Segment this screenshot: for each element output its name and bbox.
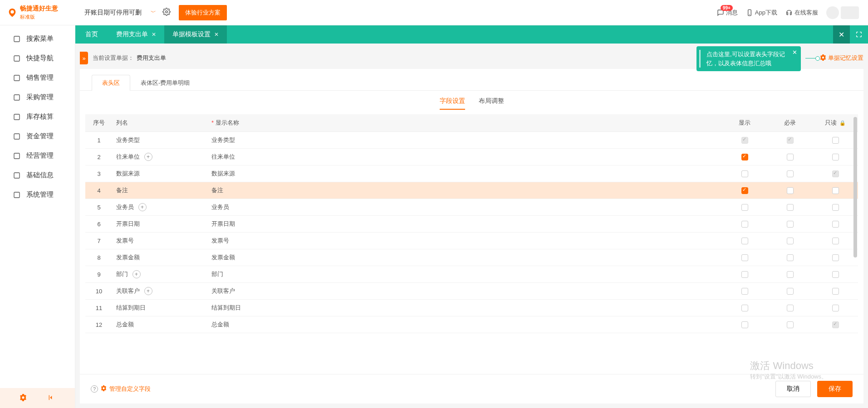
checkbox[interactable] (832, 271, 839, 278)
table-row[interactable]: 7发票号发票号 (85, 233, 858, 249)
checkbox[interactable] (741, 204, 748, 211)
cancel-button[interactable]: 取消 (775, 381, 811, 397)
save-button[interactable]: 保存 (817, 381, 853, 397)
table-row[interactable]: 1业务类型业务类型 (85, 132, 858, 149)
table-row[interactable]: 10关联客户 +关联客户 (85, 283, 858, 300)
cell-show (722, 182, 767, 199)
checkbox[interactable] (832, 137, 839, 144)
table-row[interactable]: 12总金额总金额 (85, 316, 858, 333)
cell-show (722, 216, 767, 233)
checkbox[interactable] (787, 204, 794, 211)
cell-display[interactable]: 备注 (208, 182, 722, 199)
checkbox[interactable] (832, 305, 839, 311)
table-row[interactable]: 2往来单位 +往来单位 (85, 149, 858, 165)
checkbox[interactable] (741, 221, 748, 228)
checkbox[interactable] (787, 221, 794, 228)
checkbox[interactable] (832, 187, 839, 194)
add-icon[interactable]: + (132, 270, 141, 278)
checkbox[interactable] (741, 238, 748, 244)
cell-display[interactable]: 数据来源 (208, 165, 722, 182)
sidebar-item-3[interactable]: 采购管理 (0, 87, 75, 107)
table-row[interactable]: 3数据来源数据来源 (85, 165, 858, 182)
panel-tab-0[interactable]: 表头区 (92, 75, 130, 91)
checkbox[interactable] (832, 254, 839, 261)
cell-display[interactable]: 关联客户 (208, 283, 722, 300)
sidebar-item-8[interactable]: 系统管理 (0, 185, 75, 204)
sidebar-settings-icon[interactable] (20, 394, 27, 403)
checkbox[interactable] (787, 288, 794, 295)
cell-display[interactable]: 业务类型 (208, 132, 722, 149)
checkbox[interactable] (787, 321, 794, 328)
cell-display[interactable]: 部门 (208, 266, 722, 283)
sub-tab-0[interactable]: 字段设置 (440, 97, 465, 110)
table-row[interactable]: 5业务员 +业务员 (85, 199, 858, 216)
hint-tooltip-close-icon[interactable]: ✕ (792, 48, 797, 57)
support-link[interactable]: 在线客服 (785, 9, 818, 17)
cell-display[interactable]: 结算到期日 (208, 300, 722, 316)
table-row[interactable]: 6开票日期开票日期 (85, 216, 858, 233)
add-icon[interactable]: + (138, 203, 147, 211)
sidebar-item-7[interactable]: 基础信息 (0, 165, 75, 185)
org-selector[interactable]: 开账日期可停用可删 ﹀ (84, 9, 156, 17)
checkbox[interactable] (787, 305, 794, 311)
checkbox[interactable] (741, 321, 748, 328)
sidebar-collapse-icon[interactable] (47, 394, 55, 403)
cell-display[interactable]: 发票号 (208, 233, 722, 249)
checkbox[interactable] (832, 154, 839, 160)
tab-home[interactable]: 首页 (75, 25, 108, 44)
settings-gear-icon[interactable] (162, 8, 171, 17)
sidebar-item-6[interactable]: 经营管理 (0, 146, 75, 165)
checkbox[interactable] (832, 288, 839, 295)
custom-fields-link[interactable]: ? 管理自定义字段 (91, 385, 151, 393)
add-icon[interactable]: + (144, 153, 152, 161)
add-icon[interactable]: + (144, 287, 152, 295)
tab-close-all-icon[interactable]: ✕ (833, 25, 850, 44)
checkbox[interactable] (741, 271, 748, 278)
sidebar-item-4[interactable]: 库存核算 (0, 107, 75, 126)
sidebar-item-2[interactable]: 销售管理 (0, 68, 75, 87)
memory-settings-link[interactable]: 单据记忆设置 (805, 54, 863, 62)
cell-display[interactable]: 总金额 (208, 316, 722, 333)
table-row[interactable]: 11结算到期日结算到期日 (85, 300, 858, 316)
tab-close-icon[interactable]: ✕ (152, 31, 156, 38)
checkbox[interactable] (787, 170, 794, 177)
checkbox[interactable] (741, 170, 748, 177)
tab-close-icon[interactable]: ✕ (214, 31, 219, 38)
table-row[interactable]: 4备注备注 (85, 182, 858, 199)
sidebar-item-0[interactable]: 搜索菜单 (0, 29, 75, 49)
checkbox[interactable] (787, 271, 794, 278)
tab-0[interactable]: 费用支出单✕ (108, 25, 164, 44)
industry-cta-button[interactable]: 体验行业方案 (179, 5, 227, 20)
checkbox[interactable] (787, 187, 794, 194)
expand-handle[interactable]: » (80, 52, 88, 64)
table-row[interactable]: 9部门 +部门 (85, 266, 858, 283)
checkbox[interactable] (787, 254, 794, 261)
checkbox[interactable] (741, 187, 748, 194)
fullscreen-icon[interactable] (850, 25, 868, 44)
checkbox[interactable] (741, 305, 748, 311)
table-scroll-area[interactable]: 序号 列名 *显示名称 显示 必录 只读 🔒 1业务类型业务类型2往来单位 +往… (85, 114, 858, 374)
panel-tab-1[interactable]: 表体区-费用单明细 (130, 75, 200, 91)
scrollbar-thumb[interactable] (853, 117, 857, 257)
cell-display[interactable]: 业务员 (208, 199, 722, 216)
checkbox[interactable] (741, 254, 748, 261)
messages-link[interactable]: 99+ 消息 (717, 9, 738, 17)
sidebar-item-5[interactable]: 资金管理 (0, 126, 75, 146)
cell-display[interactable]: 开票日期 (208, 216, 722, 233)
checkbox[interactable] (741, 288, 748, 295)
table-row[interactable]: 8发票金额发票金额 (85, 249, 858, 266)
checkbox[interactable] (832, 204, 839, 211)
cell-name: 备注 (113, 182, 208, 199)
cell-display[interactable]: 往来单位 (208, 149, 722, 165)
cell-display[interactable]: 发票金额 (208, 249, 722, 266)
tab-1[interactable]: 单据模板设置✕ (164, 25, 227, 44)
app-download-link[interactable]: App下载 (746, 9, 777, 17)
sub-tab-1[interactable]: 布局调整 (479, 97, 504, 110)
checkbox[interactable] (741, 154, 748, 160)
sidebar-item-1[interactable]: 快捷导航 (0, 49, 75, 68)
checkbox[interactable] (832, 238, 839, 244)
checkbox[interactable] (832, 221, 839, 228)
checkbox[interactable] (787, 154, 794, 160)
checkbox[interactable] (787, 238, 794, 244)
avatar-group[interactable] (826, 6, 859, 19)
